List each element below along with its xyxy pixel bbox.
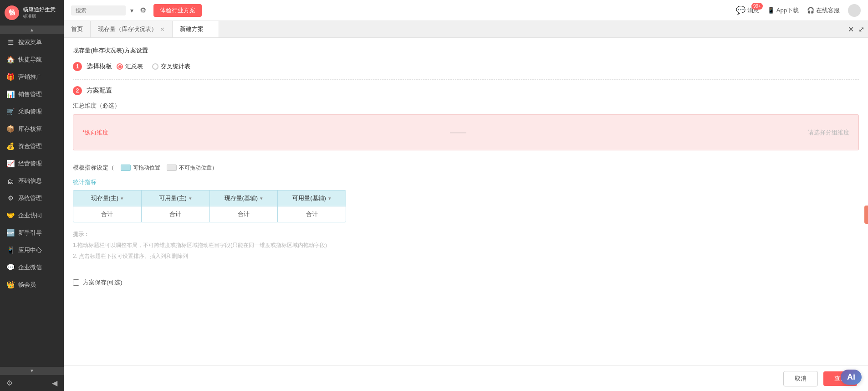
sidebar-scroll-down[interactable]: ▼ [0, 367, 64, 375]
stats-col-3: 可用量(基辅) ▾ [278, 190, 346, 206]
tab-new-close[interactable]: ✕ [206, 26, 211, 33]
stats-col-3-chevron[interactable]: ▾ [328, 196, 331, 201]
sidebar-label-operation: 经营管理 [18, 159, 42, 168]
sidebar-item-quick-nav[interactable]: 🏠快捷导航 [0, 51, 64, 68]
search-input[interactable] [71, 5, 126, 15]
radio-cross[interactable]: 交叉统计表 [152, 62, 190, 71]
sidebar-item-system[interactable]: ⚙系统管理 [0, 190, 64, 207]
cancel-button[interactable]: 取消 [783, 371, 818, 386]
online-service-button[interactable]: 🎧 在线客服 [807, 6, 840, 15]
tab-new-label: 新建方案 [180, 25, 204, 33]
dropdown-button[interactable]: ▾ [130, 7, 133, 14]
sidebar-item-finance[interactable]: 💰资金管理 [0, 138, 64, 155]
footer-bar: 取消 查询 [64, 365, 868, 391]
window-expand-button[interactable]: ⤢ [858, 25, 864, 34]
sidebar-label-wechat: 企业微信 [18, 263, 42, 272]
radio-summary[interactable]: 汇总表 [117, 62, 143, 71]
stats-col-2-chevron[interactable]: ▾ [260, 196, 263, 201]
sidebar-label-apps: 应用中心 [18, 246, 42, 254]
stats-col-1: 可用量(主) ▾ [142, 190, 210, 206]
sidebar-label-purchase: 采购管理 [18, 108, 42, 116]
online-service-label: 在线客服 [816, 6, 840, 15]
sidebar-footer: ⚙ ◀ [0, 375, 64, 391]
sidebar-item-operation[interactable]: 📈经营管理 [0, 155, 64, 172]
tab-new-plan[interactable]: 新建方案 ✕ [173, 21, 219, 37]
tab-home[interactable]: 首页 [64, 21, 91, 37]
app-title: 畅康通好生意 标准版 [23, 6, 56, 20]
section2-num: 2 [73, 86, 82, 95]
save-checkbox[interactable] [73, 279, 79, 286]
tips-tip1: 1.拖动标题栏可以调整布局，不可跨维度或指标区域拖动栏目字段(只能在同一维度或指… [73, 242, 327, 248]
sidebar-item-inventory[interactable]: 📦库存核算 [0, 120, 64, 138]
sidebar-label-guide: 新手引导 [18, 229, 42, 237]
tab-inventory-status[interactable]: 现存量（库存状况表） ✕ [91, 21, 173, 37]
sidebar-icon-inventory: 📦 [6, 125, 15, 133]
stats-cell-1: 合计 [142, 206, 210, 222]
sidebar-item-basic[interactable]: 🗂基础信息 [0, 172, 64, 190]
sidebar-item-wechat[interactable]: 💬企业微信 [0, 259, 64, 276]
tab-home-label: 首页 [71, 25, 83, 33]
sidebar-icon-marketing: 🎁 [6, 73, 15, 81]
sidebar-item-search[interactable]: ☰搜索菜单 [0, 34, 64, 51]
topbar: ▾ ⚙ 体验行业方案 💬 消息 99+ 📱 App下载 🎧 在线客服 [64, 0, 868, 21]
tips-tip2: 2. 点击标题栏下拉可设置排序、插入列和删除列 [73, 253, 188, 259]
sidebar-nav: ☰搜索菜单🏠快捷导航🎁营销推广📊销售管理🛒采购管理📦库存核算💰资金管理📈经营管理… [0, 34, 64, 367]
save-row: 方案保存(可选) [73, 278, 859, 287]
sidebar-item-member[interactable]: 👑畅会员 [0, 276, 64, 293]
dim-required-label: *纵向维度 [82, 129, 108, 137]
gear-button[interactable]: ⚙ [140, 6, 146, 15]
app-logo: 畅 [5, 5, 19, 20]
window-close-button[interactable]: ✕ [848, 25, 854, 34]
stats-col-0: 现存量(主) ▾ [73, 190, 142, 206]
sidebar-icon-wechat: 💬 [6, 263, 15, 272]
sidebar-icon-apps: 📱 [6, 246, 15, 254]
stats-col-1-chevron[interactable]: ▾ [189, 196, 192, 201]
dim-placeholder: 请选择分组维度 [808, 129, 849, 137]
save-label: 方案保存(可选) [83, 278, 123, 287]
main-area: ▾ ⚙ 体验行业方案 💬 消息 99+ 📱 App下载 🎧 在线客服 首页 [64, 0, 868, 391]
dimension-sublabel: 汇总维度（必选） [73, 102, 859, 110]
indicator-setting-row: 模板指标设定（ 可拖动位置 不可拖动位置） [73, 164, 859, 172]
tips-title: 提示： [73, 231, 89, 237]
resize-handle[interactable] [864, 206, 868, 224]
tab-inventory-close[interactable]: ✕ [160, 26, 165, 33]
message-badge: 99+ [751, 3, 763, 10]
message-button[interactable]: 💬 消息 99+ [736, 5, 759, 15]
sidebar-label-finance: 资金管理 [18, 142, 42, 150]
app-download-button[interactable]: 📱 App下载 [767, 6, 799, 15]
app-download-icon: 📱 [767, 7, 775, 14]
ai-badge[interactable]: Ai [841, 370, 862, 385]
sidebar-label-member: 畅会员 [18, 281, 36, 289]
trial-button[interactable]: 体验行业方案 [153, 4, 202, 17]
topbar-right: 💬 消息 99+ 📱 App下载 🎧 在线客服 [736, 4, 861, 17]
collapse-icon[interactable]: ◀ [52, 379, 57, 387]
sidebar-icon-system: ⚙ [6, 194, 15, 202]
sidebar-icon-sales: 📊 [6, 90, 15, 98]
tab-inventory-label: 现存量（库存状况表） [98, 25, 157, 33]
sidebar-item-cooperation[interactable]: 🤝企业协同 [0, 207, 64, 224]
sidebar-item-apps[interactable]: 📱应用中心 [0, 242, 64, 259]
section2-label: 方案配置 [87, 87, 112, 95]
sidebar-scroll-up[interactable]: ▲ [0, 26, 64, 34]
sidebar-item-guide[interactable]: 🆕新手引导 [0, 224, 64, 242]
section1-num: 1 [73, 62, 82, 71]
settings-icon[interactable]: ⚙ [6, 379, 13, 387]
tabbar: 首页 现存量（库存状况表） ✕ 新建方案 ✕ ✕ ⤢ [64, 21, 868, 38]
app-download-label: App下载 [776, 6, 799, 15]
sidebar-label-sales: 销售管理 [18, 90, 42, 98]
message-icon: 💬 [736, 5, 745, 15]
template-radio-group: 汇总表 交叉统计表 [117, 62, 190, 71]
divider1 [73, 79, 859, 80]
stats-col-0-chevron[interactable]: ▾ [121, 196, 123, 201]
sidebar-item-marketing[interactable]: 🎁营销推广 [0, 68, 64, 86]
sidebar-header: 畅 畅康通好生意 标准版 [0, 0, 64, 26]
radio-cross-circle [152, 63, 158, 70]
tips-section: 提示： 1.拖动标题栏可以调整布局，不可跨维度或指标区域拖动栏目字段(只能在同一… [73, 229, 859, 262]
dimension-box[interactable]: *纵向维度 —— 请选择分组维度 [73, 114, 859, 150]
sidebar-icon-basic: 🗂 [6, 177, 15, 185]
section2-title-row: 2 方案配置 [73, 86, 859, 95]
legend-draggable-box [121, 165, 131, 171]
sidebar-item-sales[interactable]: 📊销售管理 [0, 86, 64, 103]
user-avatar[interactable] [848, 4, 861, 17]
sidebar-item-purchase[interactable]: 🛒采购管理 [0, 103, 64, 120]
